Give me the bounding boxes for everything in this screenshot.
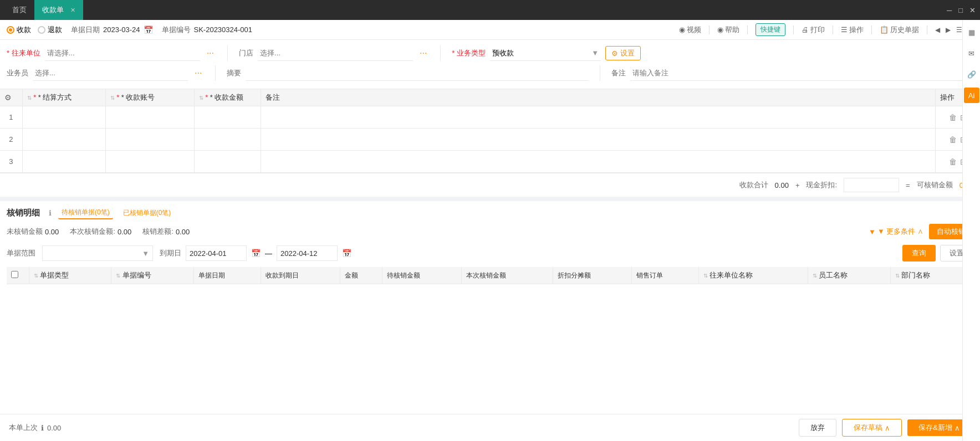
calendar-icon[interactable]: 📅: [144, 25, 153, 34]
col-header-gear[interactable]: ⚙: [0, 89, 22, 106]
nav-next-icon[interactable]: ▶: [946, 26, 951, 34]
rcol-counterparty: ⇅ 往来单位名称: [698, 267, 808, 284]
row1-remark-cell[interactable]: [261, 106, 936, 129]
settle-sort-icon[interactable]: ⇅: [27, 95, 32, 101]
radio-receipt[interactable]: 收款: [7, 25, 31, 35]
counterparty-sort[interactable]: ⇅: [703, 273, 708, 279]
shop-input[interactable]: [258, 45, 413, 61]
row3-settle-cell[interactable]: [22, 151, 105, 173]
discount-input[interactable]: [844, 178, 899, 192]
save-draft-arrow: ∧: [885, 424, 890, 432]
bottom-right: 放弃 保存草稿 ∧ 保存&新增 ∧: [799, 419, 971, 437]
sales-rep-input[interactable]: [33, 65, 188, 81]
operate-action[interactable]: ☰ 操作: [841, 25, 864, 35]
window-minimize-icon[interactable]: ─: [947, 6, 952, 14]
bill-type-sort[interactable]: ⇅: [34, 273, 38, 279]
reconcile-tab-pending[interactable]: 待核销单据(0笔): [58, 207, 113, 219]
row1-amount-cell[interactable]: [194, 106, 261, 129]
row2-remark-cell[interactable]: [261, 129, 936, 151]
close-tab-icon[interactable]: ✕: [70, 0, 75, 20]
due-date-from-input[interactable]: 2022-04-01: [186, 245, 247, 261]
sidebar-mail-icon[interactable]: ✉: [964, 45, 979, 61]
reconcile-info-icon[interactable]: ℹ: [49, 209, 52, 217]
help-action[interactable]: ◉ 帮助: [717, 25, 739, 35]
uncleared-stat: 未核销金额 0.00: [7, 227, 59, 237]
sales-rep-more-btn[interactable]: ···: [192, 68, 204, 78]
more-conditions-btn[interactable]: ▼ ▼ 更多条件 ∧: [869, 227, 923, 237]
bottom-left: 本单上次 ℹ 0.00: [9, 423, 61, 433]
top-navigation: 首页 收款单 ✕ ─ □ ✕: [0, 0, 980, 20]
shop-more-btn[interactable]: ···: [417, 48, 429, 58]
row3-amount-cell[interactable]: [194, 151, 261, 173]
rcol-sales-order: 销售订单: [632, 267, 699, 284]
counterparty-more-btn[interactable]: ···: [205, 48, 216, 58]
print-action[interactable]: 🖨 打印: [802, 25, 825, 35]
nav-prev-icon[interactable]: ◀: [935, 26, 940, 34]
range-select[interactable]: ▼: [42, 245, 153, 261]
save-draft-button[interactable]: 保存草稿 ∧: [842, 419, 902, 437]
window-close-icon[interactable]: ✕: [969, 6, 976, 14]
shortcut-button[interactable]: 快捷键: [756, 23, 785, 36]
employee-sort[interactable]: ⇅: [813, 273, 817, 279]
settings-button[interactable]: ⚙ 设置: [605, 46, 641, 60]
layout-list-icon[interactable]: ☰: [956, 26, 962, 34]
remark-label: 备注: [611, 68, 626, 78]
remark-input[interactable]: [630, 65, 973, 81]
summary-input[interactable]: [246, 65, 589, 81]
date-from-icon[interactable]: 📅: [251, 249, 261, 258]
table-gear-icon[interactable]: ⚙: [4, 93, 12, 102]
table-row: 1 🗑 ⊞: [0, 106, 980, 129]
row3-delete-btn[interactable]: 🗑: [949, 157, 957, 166]
row2-delete-btn[interactable]: 🗑: [949, 135, 957, 144]
save-new-button[interactable]: 保存&新增 ∧: [907, 419, 971, 436]
business-type-select[interactable]: 预收款 ▼: [490, 45, 601, 61]
row2-account-cell[interactable]: [105, 129, 194, 151]
rcol-dept: ⇅ 部门名称: [890, 267, 973, 284]
amount-sort-icon[interactable]: ⇅: [199, 95, 203, 101]
col-header-remark: 备注: [261, 89, 936, 106]
counterparty-input[interactable]: [45, 45, 200, 61]
window-maximize-icon[interactable]: □: [958, 6, 963, 14]
select-all-checkbox[interactable]: [11, 271, 18, 278]
reconcile-tab-done[interactable]: 已核销单据(0笔): [120, 207, 175, 219]
table-icon: ▦: [968, 28, 975, 37]
account-sort-icon[interactable]: ⇅: [110, 95, 115, 101]
query-button[interactable]: 查询: [902, 245, 936, 261]
table-row: 3 🗑 ⊞: [0, 151, 980, 173]
radio-refund[interactable]: 退款: [38, 25, 62, 35]
business-type-arrow: ▼: [591, 49, 599, 57]
radio-receipt-label: 收款: [17, 25, 31, 35]
reconcile-header-row: ⇅ 单据类型 ⇅ 单据编号 单据日期 收款到期日 金额 待核销金额 本次核销金额…: [7, 267, 973, 284]
date-range: 到期日 2022-04-01 📅 — 2022-04-12 📅: [160, 245, 351, 261]
row1-delete-btn[interactable]: 🗑: [949, 113, 957, 122]
bill-no-sort[interactable]: ⇅: [116, 273, 120, 279]
counterparty-col-label: 往来单位名称: [710, 271, 753, 279]
row3-remark-cell[interactable]: [261, 151, 936, 173]
nav-tab-home[interactable]: 首页: [4, 0, 34, 20]
prev-next-info-icon[interactable]: ℹ: [41, 424, 44, 432]
nav-tab-receipt[interactable]: 收款单 ✕: [34, 0, 83, 20]
row2-amount-cell[interactable]: [194, 129, 261, 151]
rcol-checkbox: [7, 267, 29, 284]
row3-account-cell[interactable]: [105, 151, 194, 173]
date-to-icon[interactable]: 📅: [342, 249, 351, 258]
plus-label: +: [795, 181, 800, 189]
sidebar-attachment-icon[interactable]: 🔗: [964, 66, 979, 82]
sidebar-table-icon[interactable]: ▦: [964, 24, 979, 40]
sidebar-ai-icon[interactable]: Ai: [964, 88, 979, 103]
video-action[interactable]: ◉ 视频: [679, 25, 701, 35]
dept-sort[interactable]: ⇅: [895, 273, 900, 279]
attachment-icon: 🔗: [967, 70, 976, 79]
business-type-label: * 业务类型: [452, 48, 486, 58]
due-date-to-input[interactable]: 2022-04-12: [277, 245, 338, 261]
history-action[interactable]: 📋 历史单据: [880, 25, 919, 35]
row2-settle-cell[interactable]: [22, 129, 105, 151]
uncleared-value: 0.00: [45, 228, 59, 236]
discard-button[interactable]: 放弃: [799, 419, 836, 437]
settings-label: 设置: [620, 48, 635, 58]
row1-settle-cell[interactable]: [22, 106, 105, 129]
row1-account-cell[interactable]: [105, 106, 194, 129]
table-footer: 收款合计 0.00 + 现金折扣: = 可核销金额 0.00: [0, 173, 980, 197]
help-icon: ◉: [717, 25, 723, 34]
reconcile-title: 核销明细: [7, 208, 40, 218]
